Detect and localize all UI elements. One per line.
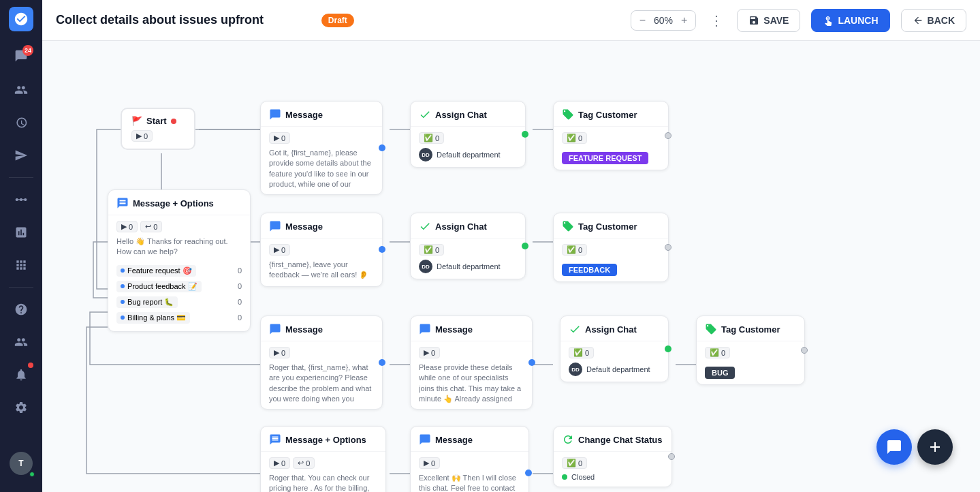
right-connector — [522, 131, 528, 138]
option-dot — [121, 268, 125, 273]
app-logo[interactable] — [9, 7, 33, 31]
node-body: ▶ 0 Excellent 🙌 Then I will close this c… — [411, 452, 528, 492]
chat-support-button[interactable] — [876, 429, 912, 465]
node-counts: ▶ 0 ↩ 0 — [116, 221, 242, 232]
node-header: Tag Customer — [554, 102, 668, 127]
node-header: Assign Chat — [411, 102, 525, 127]
start-flag: 🚩 — [131, 116, 142, 126]
launch-button[interactable]: LAUNCH — [811, 9, 889, 32]
count-badge: ✅ 0 — [569, 347, 594, 358]
message-label: Message — [285, 221, 323, 232]
right-connector — [379, 246, 385, 253]
tag-icon — [562, 108, 574, 121]
sidebar-item-history[interactable] — [6, 108, 36, 138]
save-label: SAVE — [763, 15, 789, 26]
zoom-in-button[interactable]: + — [681, 15, 687, 26]
dept-avatar: DD — [419, 260, 432, 273]
right-connector — [528, 359, 535, 366]
node-body: ▶ 0 ↩ 0 Roger that. You can check our pr… — [261, 452, 385, 492]
draft-badge: Draft — [321, 14, 354, 27]
zoom-out-button[interactable]: − — [639, 15, 646, 26]
tag-value: BUG — [705, 367, 735, 379]
node-header: Message — [261, 213, 382, 239]
sidebar-item-settings[interactable] — [6, 393, 36, 422]
start-node[interactable]: 🚩 Start ▶ 0 — [121, 108, 195, 150]
option-label-1: Feature request 🎯 — [116, 265, 196, 277]
node-text: Hello 👋 Thanks for reaching out. How can… — [116, 236, 242, 258]
message-node-row3-2[interactable]: Message ▶ 0 Please provide these details… — [410, 316, 533, 410]
assign-icon — [419, 108, 431, 121]
change-status-node-row4[interactable]: Change Chat Status ✅ 0 Closed — [553, 426, 672, 487]
option-dot — [121, 316, 125, 320]
sidebar-item-modules[interactable] — [6, 250, 36, 280]
sidebar-item-reports[interactable] — [6, 217, 36, 247]
node-header: Change Chat Status — [554, 427, 671, 452]
count-badge: ▶ 0 — [419, 457, 440, 469]
node-body: ✅ 0 DD Default department — [411, 127, 525, 167]
node-body: ✅ 0 BUG — [697, 341, 804, 384]
assign-icon — [419, 220, 431, 232]
main-content: Collect details about issues upfront Dra… — [42, 0, 980, 492]
message-options-label: Message + Options — [133, 198, 214, 209]
assign-chat-node-row1[interactable]: Assign Chat ✅ 0 DD Default department — [410, 101, 526, 168]
node-body: ▶ 0 {first_name}, leave your feedback — … — [261, 239, 382, 286]
node-text: {first_name}, leave your feedback — we'r… — [269, 260, 374, 281]
sidebar-item-chat[interactable]: 24 — [6, 42, 36, 72]
add-node-button[interactable] — [917, 429, 953, 465]
right-connector — [801, 347, 808, 354]
tag-customer-node-row1[interactable]: Tag Customer ✅ 0 FEATURE REQUEST — [553, 101, 669, 170]
send-count: ▶ 0 — [269, 457, 290, 469]
message-node-row4[interactable]: Message ▶ 0 Excellent 🙌 Then I will clos… — [410, 426, 529, 492]
sidebar-item-send[interactable] — [6, 140, 36, 170]
sidebar-item-avatar[interactable]: T — [6, 448, 36, 478]
tag-customer-node-row3[interactable]: Tag Customer ✅ 0 BUG — [696, 316, 805, 385]
node-text: Roger that. You can check our pricing he… — [269, 473, 377, 492]
save-icon — [748, 15, 759, 26]
node-header: Message + Options — [108, 190, 250, 215]
message-options-node-row4[interactable]: Message + Options ▶ 0 ↩ 0 Roger that. Yo… — [260, 426, 386, 492]
message-node-row3-1[interactable]: Message ▶ 0 Roger that, {first_name}, wh… — [260, 316, 383, 410]
message-icon — [269, 323, 281, 335]
count-badge: ✅ 0 — [419, 132, 444, 144]
assign-icon — [569, 323, 581, 335]
notification-dot — [28, 363, 33, 368]
workflow-canvas[interactable]: 🚩 Start ▶ 0 Message + Options — [42, 41, 980, 492]
sidebar-item-beta[interactable] — [6, 185, 36, 215]
sidebar-item-notifications[interactable] — [6, 360, 36, 390]
node-header: Message — [261, 316, 382, 341]
more-options-button[interactable]: ⋮ — [707, 10, 726, 31]
right-connector — [525, 470, 532, 476]
count-badge: ▶ 0 — [269, 347, 290, 358]
back-icon — [913, 15, 923, 26]
message-icon — [419, 433, 431, 446]
user-avatar: T — [10, 452, 33, 475]
chat-badge: 24 — [22, 45, 33, 56]
change-status-icon — [562, 433, 574, 446]
tag-customer-node-row2[interactable]: Tag Customer ✅ 0 FEEDBACK — [553, 213, 669, 282]
tag-value: FEATURE REQUEST — [562, 152, 648, 164]
assign-label: Assign Chat — [585, 324, 637, 335]
back-button[interactable]: BACK — [901, 9, 966, 32]
start-count: ▶ 0 — [131, 130, 153, 142]
message-node-row1[interactable]: Message ▶ 0 Got it, {first_name}, please… — [260, 101, 383, 195]
message-label: Message — [435, 324, 473, 335]
option-dot — [121, 284, 125, 288]
node-body: ✅ 0 FEEDBACK — [554, 239, 668, 281]
node-header: Assign Chat — [411, 213, 525, 239]
message-options-node-main[interactable]: Message + Options ▶ 0 ↩ 0 Hello 👋 Thanks… — [108, 189, 251, 332]
right-connector — [379, 359, 385, 366]
message-options-icon — [116, 197, 129, 209]
save-button[interactable]: SAVE — [737, 9, 800, 32]
right-connector — [379, 144, 385, 151]
message-node-row2[interactable]: Message ▶ 0 {first_name}, leave your fee… — [260, 213, 383, 287]
options-list: Feature request 🎯 0 Product feedback 📝 0 — [116, 263, 242, 326]
count-badge: ✅ 0 — [705, 347, 730, 358]
node-header: Assign Chat — [560, 316, 668, 341]
sidebar-item-contacts[interactable] — [6, 75, 36, 105]
sidebar-item-team[interactable] — [6, 327, 36, 357]
option-dot — [121, 300, 125, 304]
sidebar-item-help[interactable] — [6, 294, 36, 324]
assign-chat-node-row3[interactable]: Assign Chat ✅ 0 DD Default department — [560, 316, 669, 382]
assign-chat-node-row2[interactable]: Assign Chat ✅ 0 DD Default department — [410, 213, 526, 279]
count-badge: ✅ 0 — [562, 244, 587, 256]
